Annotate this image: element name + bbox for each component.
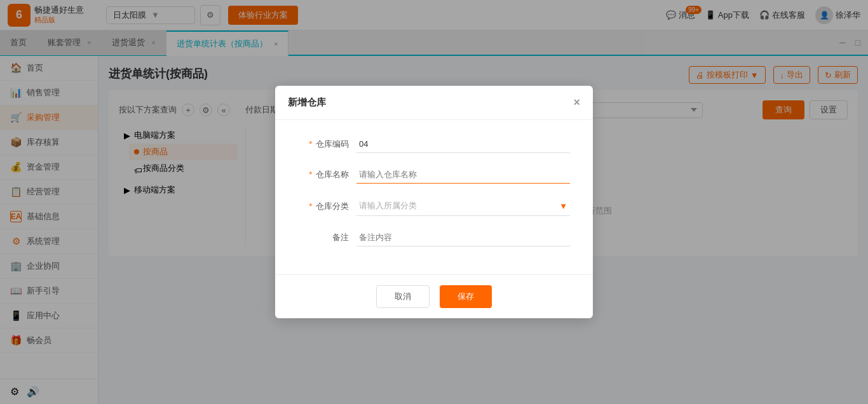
modal-footer: 取消 保存 <box>275 274 593 318</box>
modal-close-button[interactable]: × <box>573 96 580 109</box>
form-row-name: * 仓库名称 <box>298 166 570 184</box>
code-input[interactable] <box>356 135 570 153</box>
category-required: * <box>309 201 312 211</box>
form-row-code: * 仓库编码 <box>298 135 570 153</box>
modal-header: 新增仓库 × <box>275 86 593 120</box>
category-select[interactable]: 请输入所属分类 ▼ <box>356 196 570 216</box>
modal-body: * 仓库编码 * 仓库名称 * 仓库分类 请输入所属 <box>275 120 593 274</box>
name-input[interactable] <box>356 166 570 184</box>
modal-overlay[interactable]: 新增仓库 × * 仓库编码 * 仓库名称 <box>0 0 868 404</box>
note-input[interactable] <box>356 229 570 246</box>
note-label: 备注 <box>298 232 349 243</box>
category-placeholder: 请输入所属分类 <box>359 200 417 212</box>
save-button[interactable]: 保存 <box>440 285 492 308</box>
name-label: * 仓库名称 <box>298 169 349 180</box>
category-label: * 仓库分类 <box>298 201 349 212</box>
category-arrow: ▼ <box>559 201 567 211</box>
modal-new-warehouse: 新增仓库 × * 仓库编码 * 仓库名称 <box>275 86 593 318</box>
code-label: * 仓库编码 <box>298 138 349 150</box>
cancel-button[interactable]: 取消 <box>376 285 430 308</box>
code-required: * <box>309 139 312 149</box>
name-required: * <box>309 170 312 179</box>
form-row-note: 备注 <box>298 229 570 246</box>
form-row-category: * 仓库分类 请输入所属分类 ▼ <box>298 196 570 216</box>
modal-title: 新增仓库 <box>288 97 326 109</box>
